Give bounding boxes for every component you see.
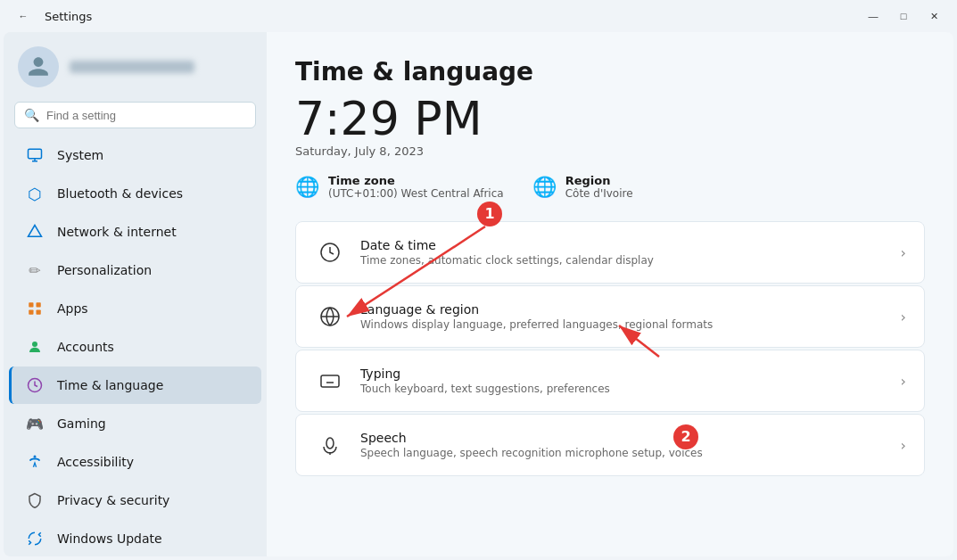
settings-item-title: Typing (360, 366, 610, 381)
sidebar-item-label: Apps (57, 301, 88, 316)
region-item: 🌐 Region Côte d'Ivoire (532, 174, 633, 200)
date-time-icon (314, 236, 346, 268)
sidebar-item-label: Gaming (57, 416, 106, 431)
sidebar-item-label: Accounts (57, 340, 114, 354)
user-profile (4, 32, 267, 98)
back-button[interactable]: ← (11, 6, 36, 26)
settings-item-title: Speech (360, 431, 703, 445)
accounts-icon (25, 337, 45, 357)
accessibility-icon (25, 452, 45, 472)
svg-marker-1 (29, 226, 42, 237)
privacy-icon (25, 490, 45, 510)
region-icon: 🌐 (532, 176, 557, 198)
time-meta: 🌐 Time zone (UTC+01:00) West Central Afr… (295, 174, 925, 200)
svg-point-12 (326, 438, 334, 449)
svg-rect-0 (29, 149, 42, 159)
sidebar: 🔍 System ⬡ Bluetooth & devices Network &… (4, 32, 267, 556)
sidebar-item-label: Privacy & security (57, 493, 169, 507)
region-label: Region (565, 174, 633, 187)
user-name (70, 61, 194, 73)
settings-item-title: Language & region (360, 302, 713, 317)
app-body: 🔍 System ⬡ Bluetooth & devices Network &… (4, 32, 953, 556)
sidebar-item-label: Personalization (57, 263, 152, 277)
sidebar-item-network[interactable]: Network & internet (9, 213, 261, 251)
minimize-button[interactable]: — (861, 6, 886, 26)
main-content: Time & language 7:29 PM Saturday, July 8… (267, 32, 953, 556)
search-box[interactable]: 🔍 (14, 102, 256, 128)
app-title: Settings (45, 10, 92, 23)
avatar (18, 46, 59, 87)
settings-item-desc: Time zones, automatic clock settings, ca… (360, 254, 654, 267)
sidebar-item-gaming[interactable]: 🎮 Gaming (9, 405, 261, 442)
svg-rect-3 (37, 302, 41, 307)
sidebar-item-label: Bluetooth & devices (57, 186, 183, 201)
system-icon (25, 145, 45, 165)
sidebar-item-apps[interactable]: Apps (9, 290, 261, 327)
network-icon (25, 222, 45, 242)
time-zone-item: 🌐 Time zone (UTC+01:00) West Central Afr… (295, 174, 504, 200)
page-title: Time & language (295, 57, 925, 86)
typing-icon (314, 365, 346, 397)
sidebar-item-time[interactable]: Time & language (9, 366, 261, 404)
settings-list: Date & time Time zones, automatic clock … (295, 221, 925, 476)
sidebar-item-update[interactable]: Windows Update (9, 520, 261, 556)
sidebar-item-label: System (57, 148, 103, 162)
bluetooth-icon: ⬡ (25, 184, 45, 203)
maximize-button[interactable]: □ (891, 6, 916, 26)
time-display: 7:29 PM (295, 94, 925, 144)
svg-rect-4 (29, 310, 33, 315)
globe-icon: 🌐 (295, 176, 319, 198)
settings-item-language[interactable]: Language & region Windows display langua… (295, 285, 925, 348)
svg-rect-5 (37, 310, 41, 315)
title-bar: ← Settings — □ ✕ (0, 0, 957, 32)
language-icon (314, 301, 346, 333)
settings-item-title: Date & time (360, 238, 654, 252)
settings-item-speech[interactable]: Speech Speech language, speech recogniti… (295, 414, 925, 476)
settings-item-desc: Touch keyboard, text suggestions, prefer… (360, 383, 610, 395)
date-display: Saturday, July 8, 2023 (295, 144, 925, 158)
chevron-right-icon: › (901, 244, 906, 261)
time-zone-label: Time zone (328, 174, 504, 187)
sidebar-item-personalization[interactable]: ✏ Personalization (9, 251, 261, 289)
title-bar-left: ← Settings (11, 6, 92, 26)
time-icon (25, 375, 45, 395)
settings-item-date-time[interactable]: Date & time Time zones, automatic clock … (295, 221, 925, 284)
nav-list: System ⬡ Bluetooth & devices Network & i… (4, 136, 267, 556)
sidebar-item-accounts[interactable]: Accounts (9, 328, 261, 366)
close-button[interactable]: ✕ (921, 6, 946, 26)
search-input[interactable] (46, 109, 246, 122)
region-value: Côte d'Ivoire (565, 187, 633, 200)
gaming-icon: 🎮 (25, 414, 45, 433)
time-zone-value: (UTC+01:00) West Central Africa (328, 187, 504, 200)
svg-point-6 (32, 342, 37, 347)
chevron-right-icon: › (901, 373, 906, 390)
sidebar-item-label: Accessibility (57, 455, 134, 469)
sidebar-item-label: Network & internet (57, 225, 177, 239)
search-icon: 🔍 (24, 108, 39, 122)
sidebar-item-accessibility[interactable]: Accessibility (9, 443, 261, 481)
svg-rect-11 (321, 375, 339, 387)
window-controls: — □ ✕ (861, 6, 946, 26)
svg-point-8 (34, 456, 37, 458)
sidebar-item-label: Time & language (57, 378, 163, 392)
chevron-right-icon: › (901, 437, 906, 454)
update-icon (25, 529, 45, 548)
sidebar-item-system[interactable]: System (9, 136, 261, 174)
personalization-icon: ✏ (25, 260, 45, 280)
apps-icon (25, 299, 45, 318)
settings-item-desc: Speech language, speech recognition micr… (360, 447, 703, 459)
settings-item-typing[interactable]: Typing Touch keyboard, text suggestions,… (295, 350, 925, 412)
sidebar-item-privacy[interactable]: Privacy & security (9, 482, 261, 519)
settings-item-desc: Windows display language, preferred lang… (360, 318, 713, 331)
sidebar-item-label: Windows Update (57, 531, 162, 546)
chevron-right-icon: › (901, 309, 906, 325)
sidebar-item-bluetooth[interactable]: ⬡ Bluetooth & devices (9, 175, 261, 212)
svg-text:1: 1 (484, 205, 494, 222)
svg-rect-2 (29, 302, 33, 307)
speech-icon (314, 429, 346, 461)
